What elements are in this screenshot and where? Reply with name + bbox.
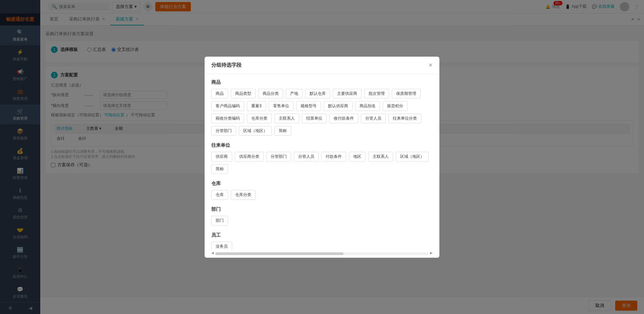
field-tag[interactable]: 部门 [211,216,228,226]
field-tag[interactable]: 炼货积分 [383,101,408,111]
section-department: 部门 部门 [211,206,433,226]
field-tag[interactable]: 仓库分类 [247,114,272,123]
field-tag[interactable]: 默认供应商 [324,101,353,111]
field-tag[interactable]: 往来单位分类 [388,114,421,123]
field-tag[interactable]: 区域（地区） [396,152,429,162]
section-warehouse: 仓库 仓库 仓库分类 [211,181,433,200]
modal-hscroll-area: ◀ ▶ [205,250,439,258]
modal-overlay: 分组待选字段 ✕ 商品 商品 商品类型 商品分类 产地 默认仓库 主要供应商 批… [0,0,644,314]
hscroll-right-arrow[interactable]: ▶ [430,251,433,255]
field-tag[interactable]: 商品分类 [258,89,283,99]
field-tag[interactable]: 分管人员 [294,152,319,162]
section-goods-tags: 商品 商品类型 商品分类 产地 默认仓库 主要供应商 批次管理 保质期管理 客户… [211,89,433,136]
field-tag[interactable]: 零售单位 [269,101,293,111]
field-tag[interactable]: 仓库 [211,190,228,200]
field-tag[interactable]: 主要供应商 [333,89,362,99]
section-employee: 员工 业务员 [211,232,433,250]
section-goods: 商品 商品 商品类型 商品分类 产地 默认仓库 主要供应商 批次管理 保质期管理… [211,79,433,136]
field-tag[interactable]: 供应商 [211,152,232,162]
field-tag[interactable]: 分管人员 [361,114,386,123]
field-select-modal: 分组待选字段 ✕ 商品 商品 商品类型 商品分类 产地 默认仓库 主要供应商 批… [205,57,439,258]
field-tag[interactable]: 商品别名 [355,101,380,111]
field-tag[interactable]: 区域（地区） [239,126,272,136]
field-tag[interactable]: 主联系人 [368,152,393,162]
modal-body: 商品 商品 商品类型 商品分类 产地 默认仓库 主要供应商 批次管理 保质期管理… [205,74,439,250]
section-department-title: 部门 [211,206,433,212]
field-tag[interactable]: 收付款条件 [329,114,358,123]
section-department-tags: 部门 [211,216,433,226]
field-tag[interactable]: 简称 [211,164,228,174]
field-tag[interactable]: 商品类型 [231,89,256,99]
modal-hscroll-bar[interactable] [215,252,429,255]
modal-close-button[interactable]: ✕ [428,62,433,68]
field-tag[interactable]: 供应商分类 [235,152,264,162]
field-tag[interactable]: 业务员 [211,242,232,250]
field-tag[interactable]: 简称 [274,126,291,136]
section-partners-title: 往来单位 [211,142,433,148]
field-tag[interactable]: 分管部门 [211,126,236,136]
field-tag[interactable]: 保质期管理 [392,89,421,99]
field-tag[interactable]: 商品 [211,89,228,99]
field-tag[interactable]: 重量3 [247,101,266,111]
modal-hscroll-thumb [215,252,343,255]
field-tag[interactable]: 批次管理 [364,89,389,99]
field-tag[interactable]: 地区 [349,152,366,162]
field-tag[interactable]: 客户商品编码 [211,101,244,111]
section-warehouse-tags: 仓库 仓库分类 [211,190,433,200]
section-employee-title: 员工 [211,232,433,238]
field-tag[interactable]: 主联系人 [274,114,299,123]
section-goods-title: 商品 [211,79,433,85]
section-partners: 往来单位 供应商 供应商分类 分管部门 分管人员 付款条件 地区 主联系人 区域… [211,142,433,174]
field-tag[interactable]: 结算单位 [302,114,327,123]
field-tag[interactable]: 付款条件 [321,152,346,162]
section-warehouse-title: 仓库 [211,181,433,187]
hscroll-left-arrow[interactable]: ◀ [211,251,214,255]
modal-header: 分组待选字段 ✕ [205,57,439,74]
section-partners-tags: 供应商 供应商分类 分管部门 分管人员 付款条件 地区 主联系人 区域（地区） … [211,152,433,174]
modal-title: 分组待选字段 [211,62,241,68]
field-tag[interactable]: 规格型号 [296,101,321,111]
field-tag[interactable]: 仓库分类 [231,190,256,200]
field-tag[interactable]: 分管部门 [266,152,291,162]
field-tag[interactable]: 税收分类编码 [211,114,244,123]
section-employee-tags: 业务员 [211,242,433,250]
field-tag[interactable]: 产地 [286,89,303,99]
field-tag[interactable]: 默认仓库 [305,89,330,99]
